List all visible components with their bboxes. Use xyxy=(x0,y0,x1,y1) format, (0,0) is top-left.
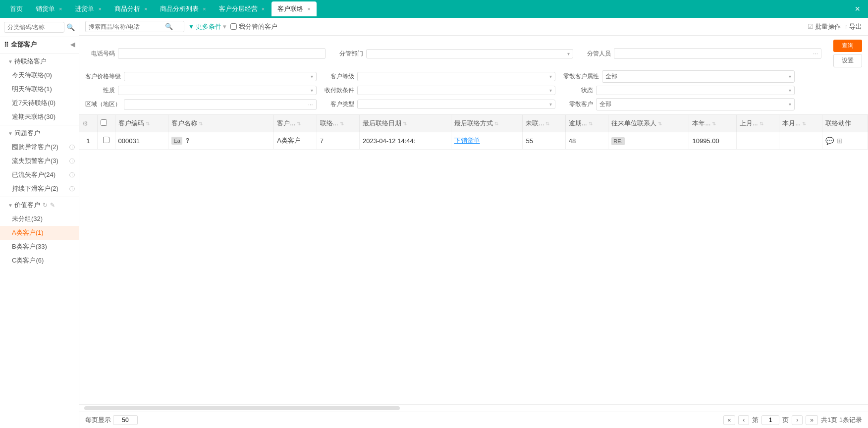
select-all-checkbox[interactable] xyxy=(101,119,107,126)
nav-customer-contact[interactable]: 客户联络 × xyxy=(271,1,316,16)
sidebar-item-ungrouped[interactable]: 未分组(32) xyxy=(0,212,79,226)
search-input[interactable] xyxy=(89,23,163,30)
export-button[interactable]: ↑ 导出 xyxy=(845,22,863,31)
td-level: A类客户 xyxy=(274,132,317,150)
sort-code-icon[interactable]: ⇅ xyxy=(146,121,150,126)
nav-close-product-analysis-list[interactable]: × xyxy=(203,6,206,12)
retail-customer-label: 零散客户 xyxy=(563,100,593,108)
settings-button[interactable]: 设置 xyxy=(833,54,862,67)
th-contact-count: 联络... ⇅ xyxy=(317,115,359,132)
sidebar-item-hoarding-customers[interactable]: 囤购异常客户(2) ⓘ xyxy=(0,140,79,154)
sidebar-search-icon[interactable]: 🔍 xyxy=(66,23,75,31)
th-last-date: 最后联络日期 ⇅ xyxy=(360,115,451,132)
retail-customer-select[interactable]: 全部 ▾ xyxy=(596,98,795,110)
nav-product-analysis[interactable]: 商品分析 × xyxy=(108,1,153,16)
customer-type-select[interactable]: ▾ xyxy=(357,100,556,109)
sort-contact2-icon[interactable]: ⇅ xyxy=(658,121,662,126)
sidebar-group-problem-customers[interactable]: ▼ 问题客户 xyxy=(0,126,79,140)
action-buttons: 查询 设置 xyxy=(833,40,862,67)
filter-icon: ▼ xyxy=(188,23,194,30)
sort-last-method-icon[interactable]: ⇅ xyxy=(494,121,498,126)
row-checkbox[interactable] xyxy=(103,137,109,143)
nav-close-sales-order[interactable]: × xyxy=(59,6,62,12)
sidebar-item-b-customers[interactable]: B类客户(33) xyxy=(0,240,79,254)
query-button[interactable]: 查询 xyxy=(833,40,862,52)
sidebar-item-today-contact[interactable]: 今天待联络(0) xyxy=(0,68,79,82)
customer-tag: Ea xyxy=(171,137,182,145)
horizontal-scrollbar[interactable] xyxy=(79,404,868,412)
batch-operation-button[interactable]: ☑ 批量操作 xyxy=(808,22,841,31)
th-this-month: 本月... ⇅ xyxy=(779,115,822,132)
sidebar-item-overdue-contact[interactable]: 逾期未联络(30) xyxy=(0,110,79,124)
th-this-year: 本年... ⇅ xyxy=(689,115,736,132)
last-method-link[interactable]: 下销货单 xyxy=(454,137,480,144)
sort-last-date-icon[interactable]: ⇅ xyxy=(403,121,407,126)
sidebar-item-churn-warning-customers[interactable]: 流失预警客户(3) ⓘ xyxy=(0,154,79,168)
nav-sales-order[interactable]: 销货单 × xyxy=(30,1,68,16)
edit-icon[interactable]: ✎ xyxy=(50,202,55,209)
sidebar-collapse-icon[interactable]: ◀ xyxy=(70,41,75,48)
sidebar-all-customers[interactable]: ⠿ 全部客户 ◀ xyxy=(0,37,79,52)
td-name: Ea？ xyxy=(168,132,274,150)
sidebar-item-declining-customers[interactable]: 持续下滑客户(2) ⓘ xyxy=(0,182,79,196)
page-number-input[interactable] xyxy=(761,415,779,425)
sidebar-item-churned-customers[interactable]: 已流失客户(24) ⓘ xyxy=(0,168,79,182)
next-page-button[interactable]: › xyxy=(792,415,803,425)
customer-level-select[interactable]: ▾ xyxy=(357,72,556,81)
filter-retail-customer: 零散客户 全部 ▾ xyxy=(563,98,795,110)
dept-select[interactable]: ▾ xyxy=(366,49,574,58)
phone-input[interactable] xyxy=(118,48,326,59)
price-level-select[interactable]: ▾ xyxy=(124,72,317,81)
sidebar-item-tomorrow-contact[interactable]: 明天待联络(1) xyxy=(0,82,79,96)
customer-level-label: 客户等级 xyxy=(325,72,354,81)
sort-last-month-icon[interactable]: ⇅ xyxy=(760,121,763,126)
filter-search-icon[interactable]: 🔍 xyxy=(165,23,173,30)
sort-level-icon[interactable]: ⇅ xyxy=(297,121,301,126)
nav-home[interactable]: 首页 xyxy=(4,1,29,16)
sort-contact-icon[interactable]: ⇅ xyxy=(340,121,344,126)
close-all-button[interactable]: × xyxy=(851,4,864,14)
my-customers-checkbox-label[interactable]: 我分管的客户 xyxy=(230,22,277,31)
manager-more-icon: ··· xyxy=(813,50,818,57)
sort-name-icon[interactable]: ⇅ xyxy=(199,121,203,126)
nav-product-analysis-list[interactable]: 商品分析列表 × xyxy=(154,1,212,16)
filter-payment: 收付款条件 ▾ xyxy=(325,86,556,95)
content-area: 🔍 ▼ 更多条件 ▾ 我分管的客户 ☑ 批量操作 ↑ 导出 xyxy=(79,18,868,428)
region-select[interactable]: ··· xyxy=(124,99,317,110)
nature-select[interactable]: ▾ xyxy=(118,86,317,95)
nav-close-product-analysis[interactable]: × xyxy=(144,6,147,12)
top-nav: 首页 销货单 × 进货单 × 商品分析 × 商品分析列表 × 客户分层经营 × … xyxy=(0,0,868,18)
sidebar-group-pending-contact[interactable]: ▼ 待联络客户 xyxy=(0,54,79,68)
first-page-button[interactable]: « xyxy=(723,415,736,425)
retail-attr-select[interactable]: 全部 ▾ xyxy=(602,70,795,83)
sidebar-item-7days-contact[interactable]: 近7天待联络(0) xyxy=(0,96,79,110)
nav-close-purchase-order[interactable]: × xyxy=(98,6,101,12)
nav-close-customer-contact[interactable]: × xyxy=(307,6,310,12)
nav-customer-tier[interactable]: 客户分层经营 × xyxy=(213,1,271,16)
td-contact-count: 7 xyxy=(317,132,359,150)
qr-action-icon[interactable]: ⊞ xyxy=(837,137,843,145)
manager-select[interactable]: ··· xyxy=(614,48,821,59)
sidebar-search-input[interactable] xyxy=(4,22,64,33)
more-conditions-button[interactable]: ▼ 更多条件 ▾ xyxy=(188,22,226,31)
my-customers-checkbox[interactable] xyxy=(230,23,237,30)
sort-this-year-icon[interactable]: ⇅ xyxy=(712,121,716,126)
settings-icon[interactable]: ⚙ xyxy=(82,120,88,127)
sidebar-group-value-customers[interactable]: ▼ 价值客户 ↻ ✎ xyxy=(0,198,79,212)
refresh-icon[interactable]: ↻ xyxy=(43,202,48,209)
payment-select[interactable]: ▾ xyxy=(357,86,556,95)
nav-purchase-order[interactable]: 进货单 × xyxy=(69,1,107,16)
sidebar-item-a-customers[interactable]: A类客户(1) xyxy=(0,226,79,240)
sort-this-month-icon[interactable]: ⇅ xyxy=(802,121,806,126)
filter-bar: 🔍 ▼ 更多条件 ▾ 我分管的客户 ☑ 批量操作 ↑ 导出 xyxy=(79,18,868,36)
export-icon: ↑ xyxy=(845,23,848,30)
last-page-button[interactable]: » xyxy=(806,415,818,425)
sidebar-item-c-customers[interactable]: C类客户(6) xyxy=(0,254,79,268)
page-size-input[interactable] xyxy=(113,415,138,425)
sort-overdue-icon[interactable]: ⇅ xyxy=(589,121,593,126)
status-select[interactable]: ▾ xyxy=(596,86,795,95)
nav-close-customer-tier[interactable]: × xyxy=(262,6,265,12)
prev-page-button[interactable]: ‹ xyxy=(738,415,749,425)
message-action-icon[interactable]: 💬 xyxy=(825,137,834,145)
sort-unlink-icon[interactable]: ⇅ xyxy=(545,121,549,126)
